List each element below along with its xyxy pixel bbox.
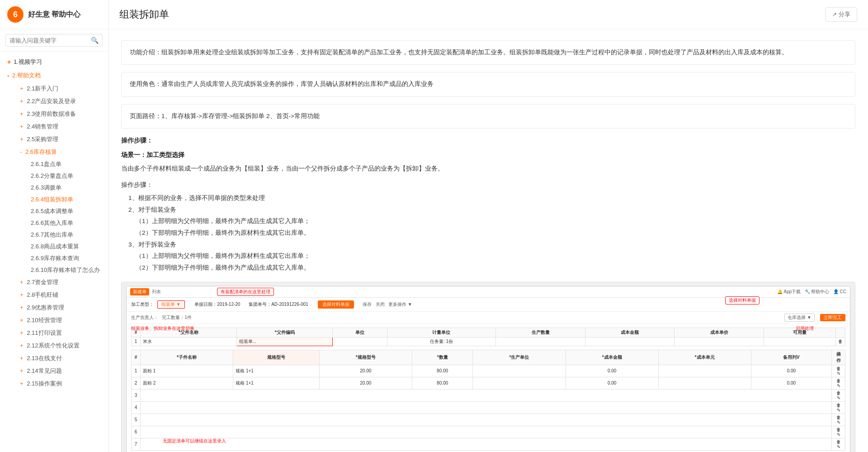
sidebar-item-data[interactable]: + 2.3使用前数据准备	[9, 108, 108, 120]
plus-icon-print: +	[20, 329, 24, 336]
sidebar-item-purchase[interactable]: + 2.5采购管理	[9, 133, 108, 146]
sidebar-item-finance[interactable]: + 2.7资金管理	[9, 276, 108, 289]
mock-stats: 生产负责人： 完工数量：1件	[131, 314, 192, 321]
annotation-4: 启用处理	[796, 325, 814, 332]
mock-form-type-label: 加工类型：	[131, 301, 154, 308]
annotation-3: 组装业务、拆卸业务在这里切换	[131, 325, 194, 332]
mock-save-btn[interactable]: 选择对料单据	[318, 300, 354, 309]
sidebar-item-inv4[interactable]: 2.6.4组装拆卸单	[14, 194, 108, 205]
sidebar-item-inv3[interactable]: 2.6.3调拨单	[14, 182, 108, 194]
sidebar-item-inv7[interactable]: 2.6.7其他出库单	[14, 229, 108, 241]
sidebar-item-install[interactable]: + 2.2产品安装及登录	[9, 95, 108, 108]
search-icon[interactable]: 🔍	[91, 37, 99, 44]
plus-icon-custom: +	[20, 342, 24, 349]
table-row: 🗑 ✎	[832, 414, 845, 426]
table-row: 🗑 ✎	[832, 389, 845, 401]
table-row: 任务量: 1份	[387, 337, 496, 346]
logo-icon: 6	[7, 6, 24, 23]
sidebar-item-ops[interactable]: + 2.10经营管理	[9, 314, 108, 327]
logo-area: 6 好生意 帮助中心	[0, 0, 108, 29]
table-row	[658, 365, 751, 377]
share-icon: ↗	[832, 11, 837, 18]
scene-title: 场景一：加工类型选择	[121, 151, 855, 159]
sidebar-item-custom[interactable]: + 2.12系统个性化设置	[9, 339, 108, 352]
sidebar-item-faq[interactable]: + 2.14常见问题	[9, 365, 108, 377]
main-content: 组装拆卸单 ↗ 分享 功能介绍：组装拆卸单用来处理企业组装或拆卸等加工业务，支持…	[108, 0, 868, 452]
table-row	[473, 365, 566, 377]
table-row: 🗑 ✎	[832, 377, 845, 389]
header-bar: 组装拆卸单 ↗ 分享	[108, 0, 868, 29]
mock-date-label: 单据日期：2019-12-20	[194, 301, 240, 308]
sidebar-item-cases[interactable]: + 2.15操作案例	[9, 377, 108, 390]
sidebar-item-inv10[interactable]: 2.6.10库存账本错了怎么办	[14, 264, 108, 276]
table-row	[473, 377, 566, 389]
plus-icon-faq: +	[20, 367, 24, 374]
sidebar: 6 好生意 帮助中心 🔍 + 1.视频学习 - 2.帮助文档 + 2.1新手入门…	[0, 0, 108, 452]
table-row: 0.00	[566, 365, 658, 377]
sidebar-item-inv1[interactable]: 2.6.1盘点单	[14, 158, 108, 170]
sidebar-item-inventory[interactable]: - 2.6库存核算	[9, 146, 108, 158]
sidebar-item-online[interactable]: + 2.13在线支付	[9, 352, 108, 365]
table-row: 6	[132, 426, 141, 438]
screenshot-container: 新建单 列表 🔔 App下载 🔧 帮助中心 👤 CC 加工类型： 组装单 ▼ 单…	[121, 282, 855, 452]
collapse-icon-docs: -	[7, 72, 9, 79]
search-area: 🔍	[0, 29, 108, 52]
plus-icon-ops: +	[20, 317, 24, 324]
plus-icon-finance: +	[20, 279, 24, 285]
sidebar-item-inv2[interactable]: 2.6.2分量盘点单	[14, 170, 108, 182]
table-row: 🗑 ✎	[832, 401, 845, 414]
table-row: 7	[132, 438, 141, 450]
sidebar-item-video[interactable]: + 1.视频学习	[0, 55, 108, 69]
step3-sub1: （1）上部明细为父件明细，最终作为原材料生成其它出库单；	[121, 250, 855, 262]
annotation-1: 有装配清单的在这里处理	[217, 288, 274, 296]
plus-icon-new: +	[20, 85, 24, 92]
sidebar-item-coupon[interactable]: + 2.9优惠券管理	[9, 301, 108, 314]
table-row: 3	[132, 389, 141, 401]
table-row: 5	[132, 414, 141, 426]
nav-list: + 1.视频学习 - 2.帮助文档 + 2.1新手入门 + 2.2产品安装及登录…	[0, 52, 108, 452]
plus-icon-install: +	[20, 98, 24, 105]
sidebar-item-sales[interactable]: + 2.4销售管理	[9, 120, 108, 133]
step3: 3、对于拆装业务	[121, 239, 855, 251]
mock-docno-label: 集团单号：AD-20191226-001	[249, 301, 308, 308]
table-row: 🗑 ✎	[832, 426, 845, 438]
table-row: 80.00	[412, 377, 473, 389]
plus-icon-sales: +	[20, 123, 24, 130]
sidebar-item-print[interactable]: + 2.11打印设置	[9, 327, 108, 339]
expand-icon-video: +	[7, 58, 11, 66]
table-row: 🗑 ✎	[832, 365, 845, 377]
sidebar-item-inv5[interactable]: 2.6.5成本调整单	[14, 205, 108, 217]
sidebar-item-inv9[interactable]: 2.6.9库存账本查询	[14, 252, 108, 264]
sidebar-item-new[interactable]: + 2.1新手入门	[9, 82, 108, 95]
table-row: 0.00	[566, 377, 658, 389]
steps-label: 操作步骤：	[121, 179, 855, 191]
annotation-5: 无固定清单可以继续在这里录入	[163, 438, 226, 444]
plus-icon-online: +	[20, 355, 24, 362]
table-row: 🗑	[836, 337, 845, 346]
table-row	[141, 438, 832, 450]
search-box[interactable]: 🔍	[5, 34, 103, 47]
table-row	[764, 337, 836, 346]
search-input[interactable]	[9, 37, 91, 44]
table-row: 1	[132, 337, 141, 346]
table-row	[141, 401, 832, 414]
mock-confirm-btn[interactable]: 立即完工	[820, 314, 845, 321]
plus-icon-purchase: +	[20, 136, 24, 143]
table-row	[141, 414, 832, 426]
sidebar-item-docs[interactable]: - 2.帮助文档	[0, 69, 108, 82]
table-row: 4	[132, 401, 141, 414]
page-title: 组装拆卸单	[119, 8, 169, 21]
share-button[interactable]: ↗ 分享	[826, 7, 857, 22]
mock-tab2: 列表	[152, 289, 161, 295]
sidebar-item-inv6[interactable]: 2.6.6其他入库单	[14, 217, 108, 229]
table-row: 组装单...	[236, 337, 333, 346]
plus-icon-coupon: +	[20, 304, 24, 311]
table-row: 1	[132, 365, 141, 377]
sidebar-item-inv8[interactable]: 2.6.8商品成本重算	[14, 241, 108, 252]
docs-sub-list: + 2.1新手入门 + 2.2产品安装及登录 + 2.3使用前数据准备 + 2.…	[0, 82, 108, 390]
table-row: 0.00	[751, 365, 831, 377]
table-row: 80.00	[412, 365, 473, 377]
mock-tab-active: 新建单	[130, 288, 149, 295]
mock-menu-icons: 🔔 App下载 🔧 帮助中心 👤 CC	[777, 289, 846, 295]
sidebar-item-mobile[interactable]: + 2.8手机旺铺	[9, 289, 108, 301]
